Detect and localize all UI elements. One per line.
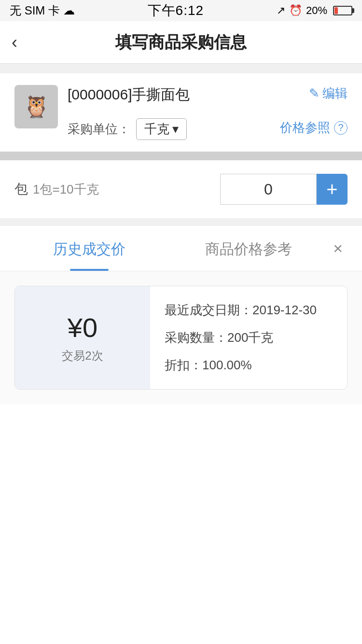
help-icon: ? [334,121,348,135]
alarm-icon: ⏰ [289,4,302,17]
recent-date-value: 2019-12-30 [252,303,317,317]
status-left: 无 SIM 卡 ☁ [10,3,75,18]
unit-label-row: 包 1包=10千克 [14,180,99,198]
status-right: ↗ ⏰ 20% [277,4,352,17]
product-card: 🦉 [0000006]手撕面包 采购单位： 千克 ▾ ✎ 编辑 [0,73,362,152]
discount-row: 折扣：100.00% [165,356,333,375]
section-divider [0,152,362,160]
purchase-unit-row: 采购单位： 千克 ▾ [68,118,190,140]
sim-status: 无 SIM 卡 ☁ [10,3,75,18]
unit-value: 千克 [144,121,169,138]
purchase-qty-label: 采购数量： [165,330,227,345]
quantity-value: 0 [264,181,273,198]
quantity-input[interactable]: 0 [220,174,317,205]
recent-date-label: 最近成交日期： [165,303,252,317]
battery-icon [333,6,352,15]
product-name: [0000006]手撕面包 [68,85,190,105]
unit-label: 采购单位： [68,121,130,138]
currency-symbol: ¥ [68,312,83,343]
status-time: 下午6:12 [148,1,204,20]
discount-value: 100.00% [202,358,252,372]
price-card-right: 最近成交日期：2019-12-30 采购数量：200千克 折扣：100.00% [150,286,347,389]
product-image: 🦉 [14,85,58,128]
price-card: ¥0 交易2次 最近成交日期：2019-12-30 采购数量：200千克 折扣：… [14,286,348,390]
back-button[interactable]: ‹ [12,32,17,53]
edit-label: 编辑 [322,85,348,102]
product-right-col: ✎ 编辑 价格参照 ? [280,85,348,136]
product-info: [0000006]手撕面包 采购单位： 千克 ▾ [68,85,190,140]
location-icon: ↗ [277,4,285,17]
tab-product-price-reference[interactable]: 商品价格参考 [169,226,328,271]
price-card-left: ¥0 交易2次 [15,286,150,389]
price-reference-button[interactable]: 价格参照 ? [280,119,348,136]
page-title: 填写商品采购信息 [115,31,247,54]
tab-close-button[interactable]: × [328,229,352,267]
quantity-plus-button[interactable]: + [317,174,348,205]
tabs-section: 历史成交价 商品价格参考 × ¥0 交易2次 最近成交日期：2019-12-30… [0,226,362,404]
price-amount: ¥0 [68,312,97,343]
status-bar: 无 SIM 卡 ☁ 下午6:12 ↗ ⏰ 20% [0,0,362,21]
nav-bar: ‹ 填写商品采购信息 [0,21,362,64]
battery-percent: 20% [306,4,327,17]
unit-select-dropdown[interactable]: 千克 ▾ [136,118,187,140]
quantity-controls: 0 + [220,174,348,205]
purchase-qty-row: 采购数量：200千克 [165,328,333,347]
tab-historical-price[interactable]: 历史成交价 [10,226,169,271]
price-ref-label: 价格参照 [280,119,330,136]
recent-date-row: 最近成交日期：2019-12-30 [165,301,333,320]
bottom-fill [0,404,362,644]
tabs-header: 历史成交价 商品价格参考 × [0,226,362,271]
package-unit: 包 [14,180,28,198]
transaction-count: 交易2次 [62,348,103,364]
dropdown-arrow-icon: ▾ [172,122,179,137]
price-card-area: ¥0 交易2次 最近成交日期：2019-12-30 采购数量：200千克 折扣：… [0,271,362,404]
quantity-row: 包 1包=10千克 0 + [0,160,362,218]
package-ratio: 1包=10千克 [33,181,99,198]
discount-label: 折扣： [165,358,202,372]
product-thumbnail-icon: 🦉 [23,94,50,119]
amount-value: 0 [83,312,97,343]
edit-icon: ✎ [309,86,320,101]
purchase-qty-value: 200千克 [227,330,273,345]
edit-button[interactable]: ✎ 编辑 [309,85,348,102]
